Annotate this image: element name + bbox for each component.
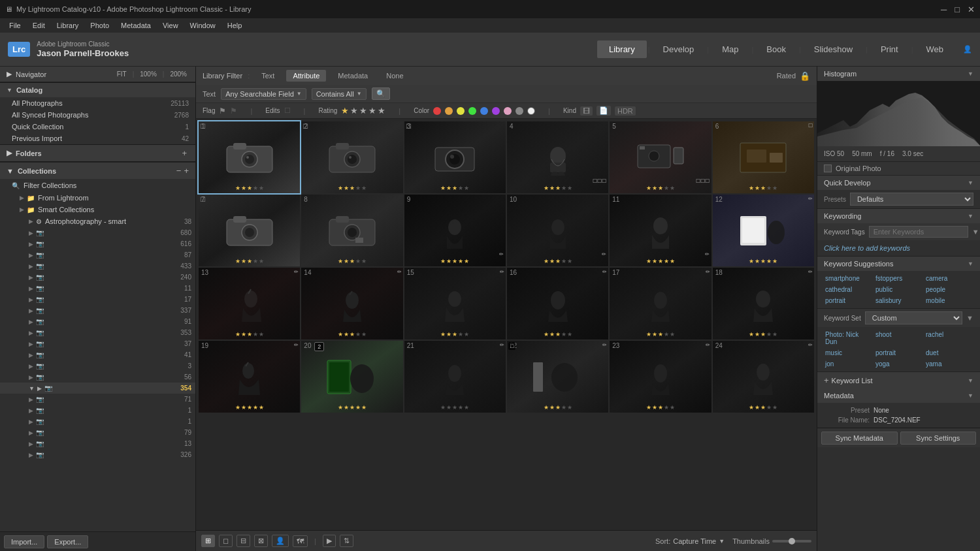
photo-cell-5[interactable]: 5 ★★★★★ ☐☐☐	[610, 121, 711, 193]
filter-tab-metadata[interactable]: Metadata	[331, 70, 374, 82]
keywording-header[interactable]: Keywording ▼	[817, 209, 980, 223]
kind-virtual[interactable]: 📄	[596, 106, 611, 116]
import-button[interactable]: Import...	[4, 535, 44, 548]
tab-print[interactable]: Print	[869, 40, 910, 58]
keyword-suggestions-header[interactable]: Keyword Suggestions ▼	[817, 257, 980, 271]
collection-item-2[interactable]: ▶ 📷 616	[0, 238, 195, 249]
tab-web[interactable]: Web	[915, 40, 956, 58]
star-rating[interactable]: ★ ★ ★ ★ ★	[341, 106, 385, 116]
survey-view-button[interactable]: ⊠	[254, 535, 268, 547]
star-1[interactable]: ★	[341, 106, 349, 116]
star-4[interactable]: ★	[368, 106, 376, 116]
collection-item-6[interactable]: ▶ 📷 11	[0, 283, 195, 294]
identity-plate[interactable]: 👤	[963, 45, 972, 54]
collection-item-9[interactable]: ▶ 📷 91	[0, 316, 195, 327]
photo-cell-20[interactable]: 20 ★★★★★ 2	[301, 341, 402, 413]
collection-item-1[interactable]: ▶ 📷 680	[0, 227, 195, 238]
slideshow-button[interactable]: ▶	[323, 535, 336, 547]
kw-suggestion-1[interactable]: fstoppers	[874, 274, 923, 283]
color-gray[interactable]	[515, 107, 523, 115]
navigator-expand[interactable]: ▶ Navigator	[7, 70, 46, 78]
kw-set-dropdown[interactable]: Custom	[865, 311, 962, 324]
metadata-header[interactable]: Metadata ▼	[817, 388, 980, 403]
original-photo-checkbox[interactable]	[824, 165, 832, 172]
filter-collections-item[interactable]: 🔍 Filter Collections	[0, 179, 195, 192]
collection-item-10[interactable]: ▶ 📷 353	[0, 327, 195, 338]
collection-item-7[interactable]: ▶ 📷 17	[0, 294, 195, 305]
kw-suggestion-3[interactable]: cathedral	[824, 285, 873, 294]
kw-suggestion-8[interactable]: mobile	[924, 296, 973, 306]
menu-window[interactable]: Window	[185, 20, 221, 31]
star-3[interactable]: ★	[359, 106, 367, 116]
menu-view[interactable]: View	[157, 20, 184, 31]
folders-header[interactable]: ▶ Folders +	[0, 145, 195, 161]
menu-photo[interactable]: Photo	[85, 20, 114, 31]
sort-order-button[interactable]: ⇅	[340, 535, 353, 547]
collection-item-20[interactable]: ▶ 📷 326	[0, 449, 195, 460]
collections-minus[interactable]: −	[176, 166, 182, 176]
collection-item-18[interactable]: ▶ 📷 79	[0, 427, 195, 438]
map-view-button[interactable]: 🗺	[293, 535, 308, 547]
photo-cell-16[interactable]: 16 ★★★★★ ✏	[507, 268, 608, 339]
catalog-previous-import[interactable]: Previous Import 42	[0, 133, 195, 144]
menu-file[interactable]: File	[4, 20, 26, 31]
star-2[interactable]: ★	[350, 106, 358, 116]
collection-item-4[interactable]: ▶ 📷 433	[0, 260, 195, 272]
tab-map[interactable]: Map	[710, 40, 750, 58]
star-5[interactable]: ★	[378, 106, 385, 116]
keyword-tags-input[interactable]	[869, 226, 968, 238]
navigator-fit[interactable]: FIT	[115, 70, 129, 78]
sort-field[interactable]: Capture Time	[673, 537, 716, 545]
collections-header[interactable]: ▼ Collections − +	[0, 162, 195, 179]
catalog-quick-collection[interactable]: Quick Collection 1	[0, 121, 195, 133]
navigator-header[interactable]: ▶ Navigator FIT | 100% | 200%	[0, 67, 195, 82]
tab-slideshow[interactable]: Slideshow	[802, 40, 864, 58]
filter-search-button[interactable]: 🔍	[372, 87, 390, 100]
kw-set-item-5[interactable]: duet	[924, 348, 973, 358]
kw-suggestion-5[interactable]: people	[924, 285, 973, 294]
navigator-100[interactable]: 100%	[138, 70, 159, 78]
menu-help[interactable]: Help	[222, 20, 248, 31]
tab-book[interactable]: Book	[755, 40, 798, 58]
close-button[interactable]: ✕	[968, 5, 975, 14]
photo-cell-14[interactable]: 14 ★★★★★ ✏	[301, 268, 402, 339]
color-orange[interactable]	[445, 107, 453, 115]
catalog-synced-photos[interactable]: All Synced Photographs 2768	[0, 109, 195, 121]
filter-tab-text[interactable]: Text	[255, 70, 281, 82]
photo-cell-22[interactable]: 22 ★★★★★ □ ✏	[507, 341, 608, 413]
kw-set-item-4[interactable]: portrait	[874, 348, 923, 358]
photo-cell-13[interactable]: 13 ★★★★★ ✏	[199, 268, 300, 339]
photo-cell-11[interactable]: 11 ★★★★★ ✏	[610, 195, 711, 266]
filter-lock-button[interactable]: 🔒	[800, 71, 810, 81]
collection-item-14[interactable]: ▶ 📷 56	[0, 371, 195, 383]
catalog-header[interactable]: ▼ Catalog	[0, 83, 195, 97]
photo-cell-19[interactable]: 19 ★★★★★ ✏	[199, 341, 300, 413]
color-green[interactable]	[468, 107, 476, 115]
catalog-all-photos[interactable]: All Photographs 25113	[0, 97, 195, 109]
thumbnail-slider[interactable]	[772, 540, 811, 543]
tab-develop[interactable]: Develop	[651, 40, 706, 58]
filter-tab-none[interactable]: None	[380, 70, 410, 82]
color-pink[interactable]	[504, 107, 512, 115]
kw-set-options[interactable]: ▼	[966, 314, 973, 322]
flag-pick[interactable]: ⚑	[219, 106, 226, 116]
people-view-button[interactable]: 👤	[272, 535, 289, 547]
menu-metadata[interactable]: Metadata	[116, 20, 156, 31]
kind-master[interactable]: 🎞	[580, 106, 593, 116]
sync-settings-button[interactable]: Sync Settings	[900, 432, 977, 445]
photo-cell-17[interactable]: 17 ★★★★★ ✏	[610, 268, 711, 339]
restore-button[interactable]: □	[955, 5, 960, 14]
kw-set-item-0[interactable]: Photo: Nick Dun	[824, 330, 873, 347]
kw-suggestion-4[interactable]: public	[874, 285, 923, 294]
quick-develop-header[interactable]: Quick Develop ▼	[817, 175, 980, 190]
filter-tab-attribute[interactable]: Attribute	[286, 70, 326, 82]
collection-item-11[interactable]: ▶ 📷 37	[0, 338, 195, 349]
collection-item-16[interactable]: ▶ 📷 1	[0, 405, 195, 416]
keyword-list-header[interactable]: + Keyword List ▼	[817, 372, 980, 388]
photo-cell-1[interactable]: 1 ★★★★★ ☐	[199, 121, 300, 193]
sync-metadata-button[interactable]: Sync Metadata	[821, 432, 898, 445]
color-white[interactable]	[527, 107, 535, 115]
tab-library[interactable]: Library	[597, 40, 647, 58]
kw-set-item-2[interactable]: rachel	[924, 330, 973, 347]
collection-item-3[interactable]: ▶ 📷 87	[0, 249, 195, 260]
